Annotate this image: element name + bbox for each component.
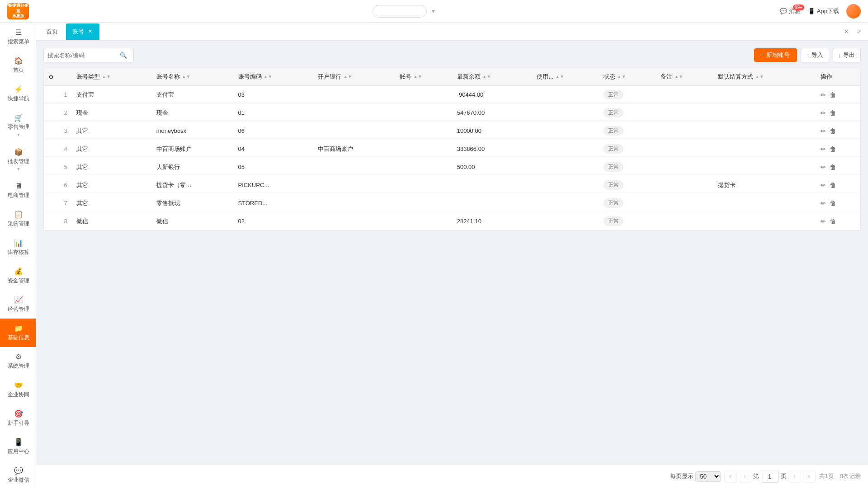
header-search-input[interactable] <box>373 5 427 18</box>
delete-button[interactable]: 🗑 <box>830 200 836 207</box>
sidebar-label-purchase: 采购管理 <box>8 220 29 228</box>
th-use[interactable]: 使用... ▲▼ <box>533 68 599 86</box>
tab-account-close[interactable]: ✕ <box>87 28 93 35</box>
th-settlement[interactable]: 默认结算方式 ▲▼ <box>714 68 817 86</box>
row-settlement: 提货卡 <box>714 176 817 194</box>
page-next-button[interactable]: › <box>788 470 801 483</box>
th-settings[interactable]: ⚙ <box>44 68 58 86</box>
th-bank[interactable]: 开户银行 ▲▼ <box>314 68 396 86</box>
sidebar-item-home[interactable]: 🏠 首页 <box>0 51 36 80</box>
row-num: 2 <box>58 104 73 122</box>
message-button[interactable]: 💬 消息 99+ <box>780 7 801 15</box>
edit-button[interactable]: ✏ <box>821 200 826 207</box>
row-status: 正常 <box>600 122 657 140</box>
delete-button[interactable]: 🗑 <box>830 127 836 135</box>
row-num: 6 <box>58 176 73 194</box>
edit-button[interactable]: ✏ <box>821 182 826 189</box>
row-type: 其它 <box>73 158 153 176</box>
th-note[interactable]: 备注 ▲▼ <box>657 68 714 86</box>
sidebar-item-finance[interactable]: 💰 资金管理 <box>0 262 36 290</box>
th-code[interactable]: 账号编码 ▲▼ <box>235 68 315 86</box>
edit-button[interactable]: ✏ <box>821 145 826 153</box>
tab-account[interactable]: 账号 ✕ <box>66 23 99 40</box>
sidebar-item-search-menu[interactable]: ☰ 搜索菜单 <box>0 23 36 51</box>
row-status: 正常 <box>600 212 657 230</box>
sidebar-item-shortcut[interactable]: ⚡ 快捷导航 <box>0 80 36 108</box>
search-icon[interactable]: 🔍 <box>120 52 127 59</box>
toolbar-left: 🔍 <box>43 48 134 62</box>
sidebar-item-ecommerce[interactable]: 🖥 电商管理 <box>0 177 36 205</box>
row-account <box>396 176 453 194</box>
row-checkbox-cell <box>44 122 58 140</box>
th-status[interactable]: 状态 ▲▼ <box>600 68 657 86</box>
row-balance: 500.00 <box>453 158 533 176</box>
sidebar-item-guide[interactable]: 🎯 新手引导 <box>0 404 36 432</box>
delete-button[interactable]: 🗑 <box>830 109 836 117</box>
sidebar-item-wholesale[interactable]: 📦 批发管理 ▼ <box>0 142 36 177</box>
th-name[interactable]: 账号名称 ▲▼ <box>153 68 235 86</box>
edit-button[interactable]: ✏ <box>821 127 826 135</box>
sidebar-label-search-menu: 搜索菜单 <box>8 38 29 46</box>
sidebar-item-retail[interactable]: 🛒 零售管理 ▼ <box>0 108 36 142</box>
app-download-label: App下载 <box>817 7 839 15</box>
user-avatar[interactable] <box>846 4 861 19</box>
import-button[interactable]: ↑ 导入 <box>801 48 829 62</box>
edit-button[interactable]: ✏ <box>821 218 826 225</box>
row-code: 04 <box>235 140 315 158</box>
page-first-button[interactable]: « <box>724 470 737 483</box>
sidebar-item-operations[interactable]: 📈 经营管理 <box>0 290 36 319</box>
add-account-button[interactable]: + 新增账号 <box>754 48 797 62</box>
sidebar-item-inventory[interactable]: 📊 库存核算 <box>0 233 36 262</box>
tab-expand-button[interactable]: ⤢ <box>854 26 864 37</box>
sidebar-label-system: 系统管理 <box>8 362 29 370</box>
app-download-button[interactable]: 📱 App下载 <box>808 7 839 15</box>
row-status: 正常 <box>600 86 657 104</box>
th-account-sort-icon: ▲▼ <box>413 75 422 79</box>
row-settlement <box>714 158 817 176</box>
export-button[interactable]: ↓ 导出 <box>833 48 861 62</box>
page-input[interactable] <box>761 470 779 483</box>
page-last-button[interactable]: » <box>803 470 816 483</box>
sidebar-item-purchase[interactable]: 📋 采购管理 <box>0 205 36 233</box>
th-account[interactable]: 账号 ▲▼ <box>396 68 453 86</box>
header-search-dropdown[interactable]: ▼ <box>430 8 436 14</box>
tab-controls: ✕ ⤢ <box>841 26 864 37</box>
agreement-icon: 🤝 <box>14 381 23 389</box>
purchase-icon: 📋 <box>14 210 23 219</box>
edit-button[interactable]: ✏ <box>821 164 826 171</box>
delete-button[interactable]: 🗑 <box>830 145 836 153</box>
sidebar-item-app-center[interactable]: 📱 应用中心 <box>0 432 36 461</box>
table-row: 4 其它 中百商场账户 04 中百商场账户 383866.00 正常 ✏ 🗑 <box>44 140 860 158</box>
th-status-label: 状态 <box>604 73 615 81</box>
row-note <box>657 122 714 140</box>
tab-home[interactable]: 首页 <box>40 23 64 40</box>
export-icon: ↓ <box>839 52 842 59</box>
basic-info-icon: 📁 <box>14 324 23 333</box>
row-name: moneybosx <box>153 122 235 140</box>
sidebar-item-system[interactable]: ⚙ 系统管理 <box>0 347 36 375</box>
edit-button[interactable]: ✏ <box>821 91 826 99</box>
delete-button[interactable]: 🗑 <box>830 91 836 99</box>
sidebar-item-agreement[interactable]: 🤝 企业协同 <box>0 375 36 404</box>
sidebar-item-basic-info[interactable]: 📁 基础信息 <box>0 319 36 347</box>
row-actions: ✏ 🗑 <box>817 176 860 194</box>
tab-close-all-button[interactable]: ✕ <box>841 26 852 37</box>
th-balance[interactable]: 最新余额 ▲▼ <box>453 68 533 86</box>
row-account <box>396 158 453 176</box>
th-action-label: 操作 <box>821 73 832 80</box>
sidebar-label-home: 首页 <box>13 66 24 74</box>
row-settlement <box>714 86 817 104</box>
row-actions: ✏ 🗑 <box>817 86 860 104</box>
page-prev-button[interactable]: ‹ <box>739 470 751 483</box>
sidebar-item-enterprise-wechat[interactable]: 💬 企业微信 <box>0 461 36 488</box>
row-note <box>657 176 714 194</box>
delete-button[interactable]: 🗑 <box>830 182 836 189</box>
page-size-dropdown[interactable]: 50 100 200 <box>695 471 721 482</box>
row-note <box>657 212 714 230</box>
search-input[interactable] <box>47 52 120 59</box>
edit-button[interactable]: ✏ <box>821 109 826 117</box>
row-name: 微信 <box>153 212 235 230</box>
delete-button[interactable]: 🗑 <box>830 218 836 225</box>
delete-button[interactable]: 🗑 <box>830 164 836 171</box>
th-type[interactable]: 账号类型 ▲▼ <box>73 68 153 86</box>
